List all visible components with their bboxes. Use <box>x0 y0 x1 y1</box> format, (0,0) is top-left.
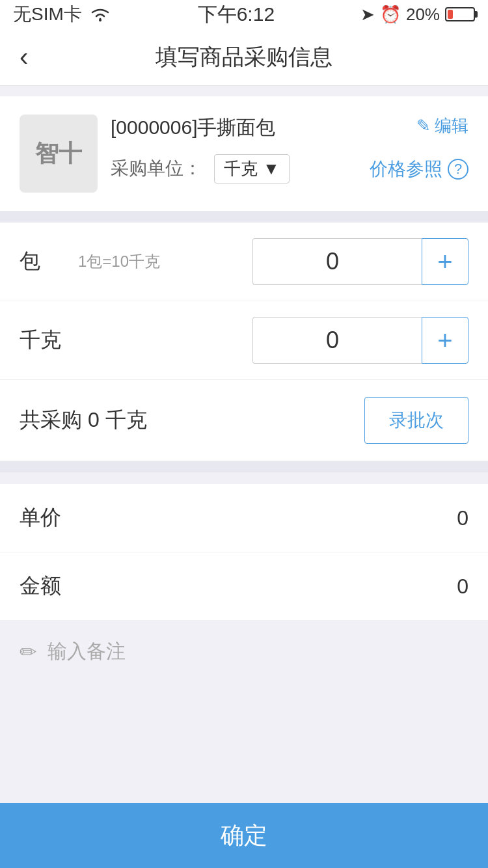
unit-value: 千克 <box>224 157 258 180</box>
status-time: 下午6:12 <box>198 1 275 28</box>
product-info: [0000006]手撕面包 ✎ 编辑 采购单位： 千克 ▼ 价格参照 ? <box>111 115 468 183</box>
edit-label: 编辑 <box>435 115 468 137</box>
help-icon: ? <box>448 159 468 180</box>
price-ref-label: 价格参照 <box>370 157 442 182</box>
carrier-text: 无SIM卡 <box>13 2 82 27</box>
package-input-row: 包 1包=10千克 + <box>0 223 488 301</box>
battery-percent: 20% <box>406 5 440 25</box>
page-title: 填写商品采购信息 <box>156 42 332 72</box>
confirm-button[interactable]: 确定 <box>0 803 488 868</box>
product-logo: 智十 <box>35 138 82 170</box>
package-label: 包 <box>20 247 72 276</box>
location-icon: ➤ <box>360 5 375 25</box>
kg-plus-button[interactable]: + <box>422 317 468 364</box>
unit-price-row: 单价 0 <box>0 484 488 552</box>
status-left: 无SIM卡 <box>13 2 112 27</box>
status-right: ➤ ⏰ 20% <box>360 5 475 25</box>
input-section: 包 1包=10千克 + 千克 + <box>0 223 488 380</box>
package-plus-button[interactable]: + <box>422 238 468 285</box>
product-header: [0000006]手撕面包 ✎ 编辑 <box>111 115 468 141</box>
alarm-icon: ⏰ <box>380 5 401 25</box>
kg-input-group: + <box>252 317 468 364</box>
kg-input-row: 千克 + <box>0 301 488 380</box>
section-divider-1 <box>0 211 488 223</box>
amount-row: 金额 0 <box>0 552 488 620</box>
package-sub-label: 1包=10千克 <box>78 251 160 272</box>
amount-value: 0 <box>457 575 468 599</box>
price-ref-button[interactable]: 价格参照 ? <box>370 157 468 182</box>
kg-label: 千克 <box>20 326 72 355</box>
kg-quantity-input[interactable] <box>252 317 422 364</box>
summary-prefix: 共采购 <box>20 408 82 431</box>
wifi-icon <box>88 6 112 23</box>
back-button[interactable]: ‹ <box>20 42 28 72</box>
product-card: 智十 [0000006]手撕面包 ✎ 编辑 采购单位： 千克 ▼ 价格参照 ? <box>0 96 488 211</box>
unit-dropdown[interactable]: 千克 ▼ <box>214 154 290 183</box>
info-section: 单价 0 金额 0 <box>0 484 488 620</box>
package-input-group: + <box>252 238 468 285</box>
summary-text: 共采购 0 千克 <box>20 406 147 435</box>
unit-selector-group: 采购单位： 千克 ▼ <box>111 154 290 183</box>
unit-label: 采购单位： <box>111 158 202 178</box>
summary-row: 共采购 0 千克 录批次 <box>0 380 488 461</box>
package-quantity-input[interactable] <box>252 238 422 285</box>
status-bar: 无SIM卡 下午6:12 ➤ ⏰ 20% <box>0 0 488 29</box>
amount-label: 金额 <box>20 572 61 601</box>
chevron-down-icon: ▼ <box>263 159 280 179</box>
summary-quantity: 0 <box>88 408 100 431</box>
svg-point-0 <box>99 19 102 21</box>
summary-unit: 千克 <box>105 408 147 431</box>
product-image: 智十 <box>20 115 98 193</box>
edit-button[interactable]: ✎ 编辑 <box>416 115 468 137</box>
edit-icon: ✎ <box>416 116 431 136</box>
unit-price-value: 0 <box>457 506 468 530</box>
product-unit: 采购单位： 千克 ▼ 价格参照 ? <box>111 154 468 183</box>
pencil-icon: ✏ <box>20 640 37 664</box>
product-name: [0000006]手撕面包 <box>111 115 275 141</box>
section-divider-2 <box>0 461 488 472</box>
remark-placeholder: 输入备注 <box>47 638 126 665</box>
nav-bar: ‹ 填写商品采购信息 <box>0 29 488 86</box>
battery-icon <box>445 7 475 21</box>
unit-price-label: 单价 <box>20 504 61 532</box>
batch-button[interactable]: 录批次 <box>364 397 468 444</box>
remark-section[interactable]: ✏ 输入备注 <box>0 620 488 683</box>
